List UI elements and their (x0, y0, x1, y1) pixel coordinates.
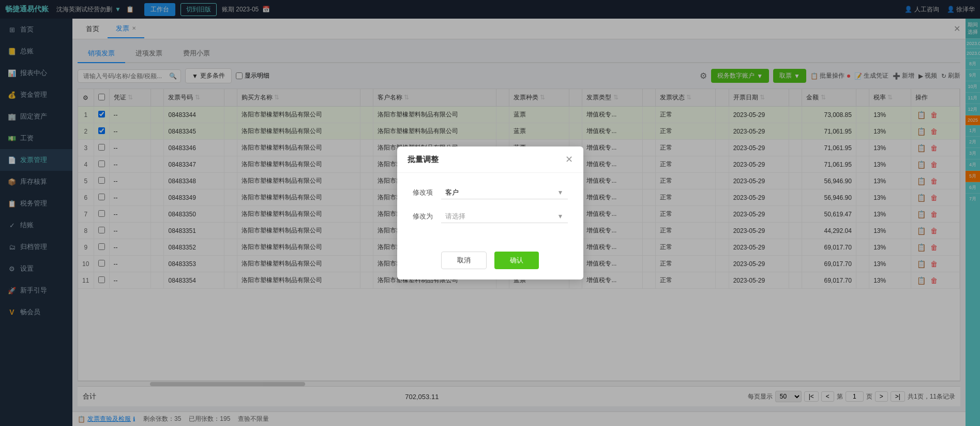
modal-field-row: 修改项 客户 购买方 ▼ (413, 186, 568, 199)
field-select-wrapper: 客户 购买方 ▼ (441, 186, 568, 199)
modal-confirm-button[interactable]: 确认 (494, 252, 539, 269)
modal-overlay[interactable]: 批量调整 ✕ 修改项 客户 购买方 ▼ 修改为 请选择 (0, 0, 980, 426)
batch-adjust-modal: 批量调整 ✕ 修改项 客户 购买方 ▼ 修改为 请选择 (397, 146, 583, 280)
field-select[interactable]: 客户 购买方 (441, 186, 568, 199)
value-select-wrapper: 请选择 ▼ (441, 210, 568, 223)
modal-title: 批量调整 (408, 155, 439, 165)
modal-value-row: 修改为 请选择 ▼ (413, 210, 568, 223)
modal-body: 修改项 客户 购买方 ▼ 修改为 请选择 ▼ (397, 173, 583, 246)
modal-header: 批量调整 ✕ (397, 146, 583, 173)
modal-close-button[interactable]: ✕ (565, 154, 573, 165)
value-label: 修改为 (413, 212, 441, 221)
modal-cancel-button[interactable]: 取消 (441, 252, 487, 269)
field-label: 修改项 (413, 188, 441, 197)
value-select[interactable]: 请选择 (441, 210, 568, 223)
modal-footer: 取消 确认 (397, 246, 583, 280)
